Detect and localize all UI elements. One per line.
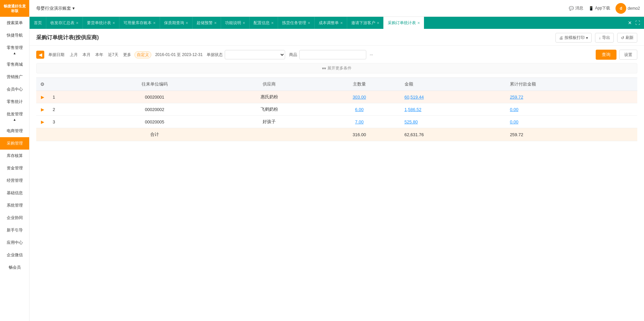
tab-可用量库存账本[interactable]: 可用量库存账本✕ [119,17,160,29]
tab-close-icon[interactable]: ✕ [185,21,188,25]
sidebar-item-零售管理[interactable]: 零售管理▲ [0,42,29,58]
sidebar-item-营销推广[interactable]: 营销推广 [0,71,29,83]
tab-label: 成本调整单 [319,20,339,26]
maximize-icon[interactable]: ⛶ [635,20,640,25]
sidebar-item-零售商城[interactable]: 零售商城 [0,58,29,71]
export-icon: ↓ [599,36,601,40]
sidebar-item-应用中心[interactable]: 应用中心 [0,236,29,249]
filter-toggle-button[interactable]: ◀ [36,51,44,59]
page-header: 采购订单统计表(按供应商) 🖨 按模板打印 ▾ ↓ 导出 ↺ 刷新 [30,29,644,46]
sidebar-item-label: 畅会员 [9,265,21,270]
workspace-selector[interactable]: 母婴行业演示账套 ▾ [34,4,77,13]
status-filter-select[interactable] [225,50,285,59]
tab-拣货任务管理[interactable]: 拣货任务管理✕ [278,17,314,29]
date-btn-last-month[interactable]: 上月 [68,51,79,58]
tab-超储预警[interactable]: 超储预警✕ [192,17,221,29]
app-download-button[interactable]: 📱 App下载 [589,5,610,11]
sidebar-item-label: 快捷导航 [7,33,23,38]
data-table: ⚙ 往来单位编码 供应商 主数量 金额 累计付款金额 ▶ 1 00020001 [36,77,637,141]
status-filter-field: 单据状态 [207,50,285,59]
download-icon: 📱 [589,6,594,11]
tab-close-icon[interactable]: ✕ [340,21,343,25]
print-dropdown-icon: ▾ [586,36,588,40]
date-btn-this-month[interactable]: 本月 [81,51,92,58]
sidebar-item-label: 会员中心 [7,87,23,92]
user-profile[interactable]: d demo2 [615,3,640,14]
page-container: 采购订单统计表(按供应商) 🖨 按模板打印 ▾ ↓ 导出 ↺ 刷新 [30,29,644,321]
sidebar-item-会员中心[interactable]: 会员中心 [0,83,29,96]
tab-close-icon[interactable]: ✕ [308,21,310,25]
sidebar-item-基础信息[interactable]: 基础信息 [0,187,29,199]
tab-首页[interactable]: 首页 [30,17,46,29]
date-btn-custom[interactable]: 自定义 [135,51,151,58]
expand-arrow-icon: ▲ [13,118,16,121]
close-window-icon[interactable]: ✕ [628,20,632,25]
date-btn-more[interactable]: 更多 [122,51,132,58]
tab-配置信息[interactable]: 配置信息✕ [249,17,278,29]
sidebar-item-企业协同[interactable]: 企业协同 [0,212,29,224]
sidebar-item-label: 零售管理 [7,45,23,51]
row-expand-icon: ▶ [41,119,44,124]
print-button[interactable]: 🖨 按模板打印 ▾ [555,33,592,43]
tab-close-icon[interactable]: ✕ [377,21,379,25]
sidebar-item-零售统计[interactable]: 零售统计 [0,96,29,108]
tab-保质期查询[interactable]: 保质期查询✕ [160,17,192,29]
goods-filter-more[interactable]: ··· [370,52,373,57]
tab-功能说明[interactable]: 功能说明✕ [221,17,249,29]
sidebar-item-搜索菜单[interactable]: 搜索菜单 [0,17,29,29]
tab-收发存汇总表[interactable]: 收发存汇总表✕ [46,17,83,29]
goods-filter-input[interactable] [299,50,366,59]
row-expand[interactable]: ▶ [36,91,49,103]
sidebar-item-采购管理[interactable]: 采购管理 [0,137,29,150]
tab-label: 可用量库存账本 [123,20,152,26]
settings-button[interactable]: 设置 [619,50,637,60]
sidebar-item-批发管理[interactable]: 批发管理▲ [0,108,29,125]
date-filter-label: 单据日期 [48,52,64,58]
date-btn-this-year[interactable]: 本年 [94,51,105,58]
sidebar-item-经营管理[interactable]: 经营管理 [0,174,29,187]
row-amount: 60,519.44 [400,91,506,103]
tab-close-icon[interactable]: ✕ [271,21,274,25]
row-index: 3 [49,116,89,128]
tab-采购订单统计表[interactable]: 采购订单统计表✕ [383,17,424,29]
sidebar-item-label: 应用中心 [7,240,23,246]
tab-要货单统计表[interactable]: 要货单统计表✕ [83,17,119,29]
tab-close-icon[interactable]: ✕ [76,21,78,25]
sidebar-item-资金管理[interactable]: 资金管理 [0,162,29,174]
sidebar-item-电商管理[interactable]: 电商管理 [0,125,29,137]
tab-close-icon[interactable]: ✕ [417,21,420,25]
query-button[interactable]: 查询 [596,50,616,60]
table-row[interactable]: ▶ 2 00020002 飞鹤奶粉 6.00 1,586.52 0.00 [36,103,637,116]
sidebar-item-库存核算[interactable]: 库存核算 [0,150,29,162]
sidebar-item-快捷导航[interactable]: 快捷导航 [0,29,29,42]
row-code: 00020002 [89,103,220,116]
table-col-settings[interactable]: ⚙ [36,78,49,91]
row-expand[interactable]: ▶ [36,116,49,128]
date-btn-7days[interactable]: 近7天 [107,51,120,58]
row-index: 2 [49,103,89,116]
sidebar-item-畅会员[interactable]: 畅会员 [0,261,29,274]
row-code: 00020001 [89,91,220,103]
sidebar-item-企业微信[interactable]: 企业微信 [0,249,29,261]
tab-close-icon[interactable]: ✕ [243,21,245,25]
tab-label: 超储预警 [197,20,213,26]
tab-成本调整单[interactable]: 成本调整单✕ [314,17,347,29]
sidebar-item-label: 基础信息 [7,190,23,196]
row-expand[interactable]: ▶ [36,103,49,116]
workspace-dropdown-icon: ▾ [72,6,75,11]
date-shortcuts: 上月 本月 本年 近7天 更多 自定义 [68,51,151,58]
tab-邀请下游客户[interactable]: 邀请下游客户✕ [347,17,383,29]
expand-more-bar[interactable]: ▾▾ 展开更多条件 [36,63,637,73]
message-button[interactable]: 💬 消息 [569,5,583,11]
table-row[interactable]: ▶ 1 00020001 惠氏奶粉 303.00 60,519.44 259.7… [36,91,637,103]
expand-label: 展开更多条件 [327,65,352,71]
table-col-paid: 累计付款金额 [506,78,637,91]
tab-close-icon[interactable]: ✕ [112,21,115,25]
tab-close-icon[interactable]: ✕ [214,21,217,25]
table-row[interactable]: ▶ 3 00020005 好孩子 7.00 525.80 0.00 [36,116,637,128]
sidebar-item-系统管理[interactable]: 系统管理 [0,199,29,212]
tab-close-icon[interactable]: ✕ [153,21,156,25]
sidebar-item-新手引导[interactable]: 新手引导 [0,224,29,236]
refresh-button[interactable]: ↺ 刷新 [617,33,637,43]
export-button[interactable]: ↓ 导出 [595,33,614,43]
